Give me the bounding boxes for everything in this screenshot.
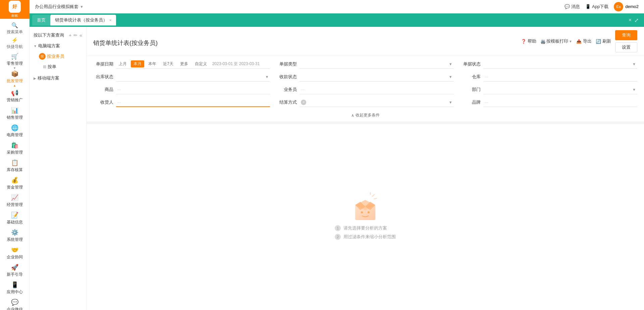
newbie-label: 新手引导 [7, 272, 23, 277]
date-option-this-month[interactable]: 本月 [131, 60, 144, 67]
payment-label: 收款状态 [277, 74, 297, 80]
status-label: 单据状态 [461, 61, 481, 67]
sidebar-item-finance[interactable]: 💰 资金管理 [0, 174, 29, 192]
collapse-label: 收起更多条件 [356, 112, 380, 118]
basic-icon: 📝 [11, 211, 18, 219]
scheme-group-desktop-header[interactable]: ▼ 电脑端方案 [30, 41, 86, 51]
refresh-button[interactable]: 🔄 刷新 [596, 38, 611, 44]
tab-report-label: 销货单统计表（按业务员） [55, 17, 107, 23]
edit-scheme-button[interactable]: ✏ [73, 33, 77, 38]
collapse-button[interactable]: ∧ 收起更多条件 [351, 112, 380, 118]
sidebar-item-system[interactable]: ⚙️ 系统管理 [0, 227, 29, 244]
sidebar-item-enterprise[interactable]: 🤝 企业协同 [0, 244, 29, 262]
salesman-input[interactable]: ··· [300, 85, 453, 94]
add-scheme-button[interactable]: + [69, 33, 71, 38]
finance-label: 资金管理 [7, 185, 23, 190]
tab-close-button[interactable]: × [109, 18, 111, 22]
export-button[interactable]: 📤 导出 [576, 38, 592, 44]
quick-nav-button[interactable]: ⚡ 快捷导航 [7, 37, 23, 50]
status-dropdown-arrow: ▼ [632, 62, 636, 66]
type-dropdown[interactable]: ▼ [300, 59, 453, 69]
sidebar-logo[interactable]: 好 标账 [0, 0, 30, 19]
svg-point-5 [368, 211, 370, 213]
search-icon: 🔍 [11, 22, 18, 29]
print-icon: 🖨️ [540, 39, 546, 44]
sidebar-item-basic[interactable]: 📝 基础信息 [0, 209, 29, 227]
settlement-dropdown[interactable]: × ▼ [300, 98, 453, 107]
sidebar-item-marketing[interactable]: 📢 营销推广 [0, 87, 29, 105]
scheme-active-dot: 按 [39, 53, 46, 60]
filter-department: 部门 ▼ [461, 85, 637, 94]
nav-label: 快捷导航 [7, 44, 23, 50]
goods-input[interactable]: ··· [116, 85, 270, 94]
apps-icon: 📱 [11, 281, 18, 289]
user-menu[interactable]: Ea demo2 [614, 2, 639, 11]
sidebar-item-apps[interactable]: 📱 应用中心 [0, 279, 29, 297]
newbie-icon: 🚀 [11, 264, 18, 271]
collapse-panel-button[interactable]: « [79, 33, 82, 38]
left-panel-header: 按以下方案查询 + ✏ « [30, 31, 86, 41]
department-label: 部门 [461, 87, 481, 93]
warehouse-label: 仓库 [461, 74, 481, 80]
page-header: 销货单统计表(按业务员) ❓ 帮助 🖨️ 按模板打印 ▼ 📤 [87, 27, 644, 56]
apps-label: 应用中心 [7, 289, 23, 295]
tabbar: 首页 销货单统计表（按业务员） × × ⤢ [30, 13, 644, 27]
settlement-clear-button[interactable]: × [301, 100, 306, 105]
filter-status: 单据状态 ▼ [461, 59, 637, 69]
date-option-last-month[interactable]: 上月 [116, 60, 129, 67]
scheme-group-mobile-label: 移动端方案 [38, 75, 59, 81]
scheme-item-salesman[interactable]: 按 按业务员 [30, 51, 86, 62]
sidebar-item-wholesale[interactable]: 📦 批发管理 ▲ [0, 70, 29, 87]
tab-home[interactable]: 首页 [32, 15, 50, 25]
brand-input[interactable]: ··· [483, 98, 637, 107]
sidebar-item-retail[interactable]: 🛒 零售管理 ▼ [0, 52, 29, 70]
date-option-custom[interactable]: 自定义 [192, 60, 210, 67]
nav-icon: ⚡ [11, 37, 18, 43]
help-button[interactable]: ❓ 帮助 [521, 38, 536, 44]
payment-dropdown[interactable]: ▼ [300, 72, 453, 82]
scheme-order-icon: ⊞ [43, 64, 46, 69]
inventory-label: 库存核算 [7, 167, 23, 173]
sidebar-item-inventory[interactable]: 📋 库存核算 [0, 157, 29, 174]
sidebar-item-purchase[interactable]: 🛍️ 采购管理 [0, 140, 29, 157]
date-option-this-year[interactable]: 本年 [146, 60, 159, 67]
operation-label: 经营管理 [7, 202, 23, 208]
search-menu-button[interactable]: 🔍 搜索菜单 [7, 22, 23, 35]
content: 按以下方案查询 + ✏ « ▼ 电脑端方案 按 按业务员 [30, 27, 644, 310]
date-option-more[interactable]: 更多 [177, 60, 191, 67]
status-dropdown[interactable]: ▼ [483, 59, 637, 69]
tab-report[interactable]: 销货单统计表（按业务员） × [50, 15, 116, 25]
topbar-dropdown-icon[interactable]: ▼ [80, 5, 84, 9]
enterprise-label: 企业协同 [7, 254, 23, 260]
message-button[interactable]: 💬 消息 [565, 4, 580, 10]
filter-row-2: 出库状态 ▼ 收款状态 ▼ 仓库 [93, 72, 637, 82]
scheme-group-mobile-header[interactable]: ▶ 移动端方案 [30, 73, 86, 83]
tab-maximize-button[interactable]: ⤢ [634, 17, 639, 23]
consignee-input[interactable]: ··· [116, 98, 270, 107]
marketing-icon: 📢 [11, 89, 18, 97]
sidebar-item-operation[interactable]: 📈 经营管理 [0, 192, 29, 209]
tab-close-all-button[interactable]: × [629, 17, 632, 23]
department-dropdown[interactable]: ▼ [483, 85, 637, 94]
date-option-7days[interactable]: 近7天 [160, 60, 176, 67]
sidebar-item-wechat[interactable]: 💬 企业微信 [0, 297, 29, 310]
date-range: 2023-03-01 至 2023-03-31 [212, 61, 260, 67]
print-button[interactable]: 🖨️ 按模板打印 ▼ [540, 38, 572, 44]
system-icon: ⚙️ [11, 229, 18, 236]
setting-button[interactable]: 设置 [615, 42, 637, 52]
sidebar-item-newbie[interactable]: 🚀 新手引导 [0, 262, 29, 279]
outbound-dropdown[interactable]: ▼ [116, 72, 270, 82]
sidebar-item-ecommerce[interactable]: 🌐 电商管理 [0, 122, 29, 140]
type-label: 单据类型 [277, 61, 297, 67]
print-dropdown-icon[interactable]: ▼ [569, 40, 572, 43]
query-button[interactable]: 查询 [615, 30, 637, 40]
filter-type: 单据类型 ▼ [277, 59, 453, 69]
tabbar-controls: × ⤢ [629, 17, 641, 23]
scheme-sub-order[interactable]: ⊞ 按单 [30, 62, 86, 72]
svg-point-4 [361, 211, 363, 213]
warehouse-input[interactable]: ··· [483, 72, 637, 82]
left-panel: 按以下方案查询 + ✏ « ▼ 电脑端方案 按 按业务员 [30, 27, 87, 310]
empty-steps: 1 请先选择要分析的方案 2 用过滤条件来缩小分析范围 [335, 225, 396, 243]
sidebar-item-sales[interactable]: 📊 销售管理 [0, 105, 29, 122]
app-download-button[interactable]: 📱 App下载 [585, 4, 608, 10]
